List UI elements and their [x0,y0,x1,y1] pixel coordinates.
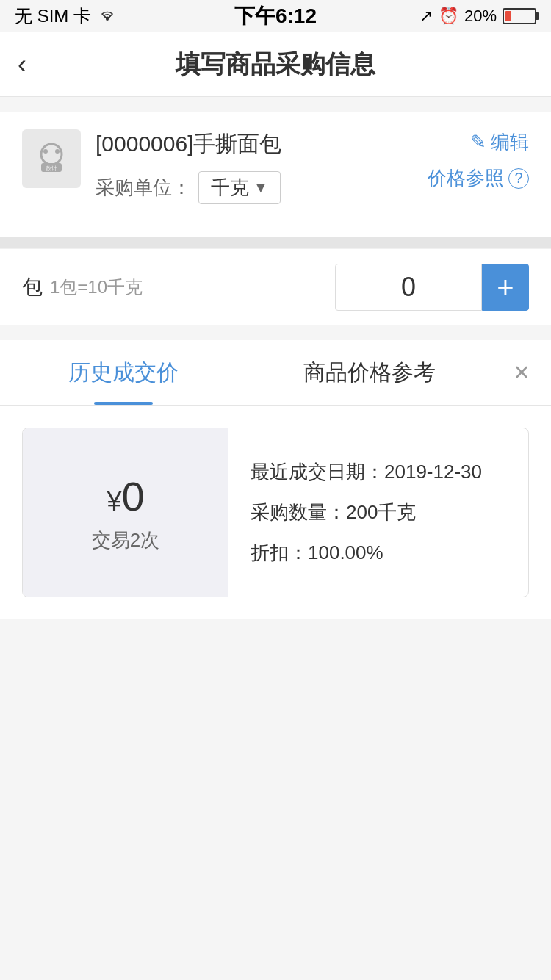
tab-content-history: ¥0 交易2次 最近成交日期：2019-12-30 采购数量：200千克 折扣：… [0,406,551,619]
product-image: 数计 [22,129,81,188]
wifi-icon [97,6,118,26]
unit-value: 千克 [211,175,249,201]
svg-point-1 [41,144,62,165]
history-purchase-qty: 采购数量：200千克 [251,498,506,527]
status-bar: 无 SIM 卡 下午6:12 ↗ ⏰ 20% [0,0,551,32]
dropdown-arrow-icon: ▼ [253,179,268,196]
quantity-input[interactable]: 0 [335,264,482,311]
tab-product-label: 商品价格参考 [303,358,436,388]
history-discount: 折扣：100.00% [251,538,506,567]
back-button[interactable]: ‹ [18,49,26,80]
quantity-plus-button[interactable]: + [482,264,529,311]
battery-icon [503,8,536,24]
sim-status: 无 SIM 卡 [15,4,91,28]
discount-label: 折扣： [251,541,308,563]
page-title: 填写商品采购信息 [176,48,375,82]
edit-icon: ✎ [470,131,486,154]
discount-value: 100.00% [308,541,383,563]
quantity-row: 包 1包=10千克 0 + [0,248,551,325]
product-actions: ✎ 编辑 价格参照 ? [428,129,529,191]
tab-close-button[interactable]: × [492,340,551,405]
last-date-value: 2019-12-30 [384,461,482,483]
quantity-hint: 1包=10千克 [50,275,143,299]
product-name: [0000006]手撕面包 [96,129,428,159]
purchase-qty-label: 采购数量： [251,501,346,523]
edit-button[interactable]: ✎ 编辑 [470,129,529,155]
svg-point-2 [43,149,48,154]
product-unit-row: 采购单位： 千克 ▼ [96,171,428,204]
edit-label: 编辑 [491,129,529,155]
product-info: [0000006]手撕面包 采购单位： 千克 ▼ [96,129,428,204]
history-price-value: ¥0 [107,472,144,520]
svg-text:数计: 数计 [46,165,57,172]
product-card: 数计 [0000006]手撕面包 采购单位： 千克 ▼ ✎ 编辑 [0,112,551,237]
tabs-header: 历史成交价 商品价格参考 × [0,340,551,406]
price-ref-help-icon: ? [508,168,529,189]
divider [0,237,551,248]
last-date-label: 最近成交日期： [251,461,384,483]
location-icon: ↗ [419,7,433,26]
history-price-section: ¥0 交易2次 [23,428,228,597]
tab-history-price[interactable]: 历史成交价 [0,340,246,405]
history-trade-count: 交易2次 [92,527,159,553]
currency-symbol: ¥ [107,486,121,516]
history-card: ¥0 交易2次 最近成交日期：2019-12-30 采购数量：200千克 折扣：… [22,428,529,597]
nav-bar: ‹ 填写商品采购信息 [0,32,551,97]
tabs-panel: 历史成交价 商品价格参考 × ¥0 交易2次 最近成交日期：2019-12-30… [0,340,551,619]
quantity-right: 0 + [335,264,529,311]
svg-point-0 [106,18,109,21]
battery-percent: 20% [464,7,497,26]
price-ref-button[interactable]: 价格参照 ? [428,165,529,191]
unit-label: 采购单位： [96,175,191,201]
history-details-section: 最近成交日期：2019-12-30 采购数量：200千克 折扣：100.00% [228,428,528,597]
unit-select[interactable]: 千克 ▼ [198,171,281,204]
status-time: 下午6:12 [234,2,317,30]
history-last-date: 最近成交日期：2019-12-30 [251,458,506,486]
bottom-area [0,619,551,980]
svg-point-3 [55,149,60,154]
tab-history-label: 历史成交价 [68,358,179,388]
product-logo-icon: 数计 [29,137,73,181]
price-ref-label: 价格参照 [428,165,504,191]
quantity-left: 包 1包=10千克 [22,273,143,301]
purchase-qty-value: 200千克 [346,501,416,523]
tab-product-price[interactable]: 商品价格参考 [246,340,492,405]
alarm-icon: ⏰ [439,7,458,26]
tab-underline [94,402,153,405]
status-right: ↗ ⏰ 20% [419,7,536,26]
quantity-unit: 包 [22,273,43,301]
status-left: 无 SIM 卡 [15,4,118,28]
